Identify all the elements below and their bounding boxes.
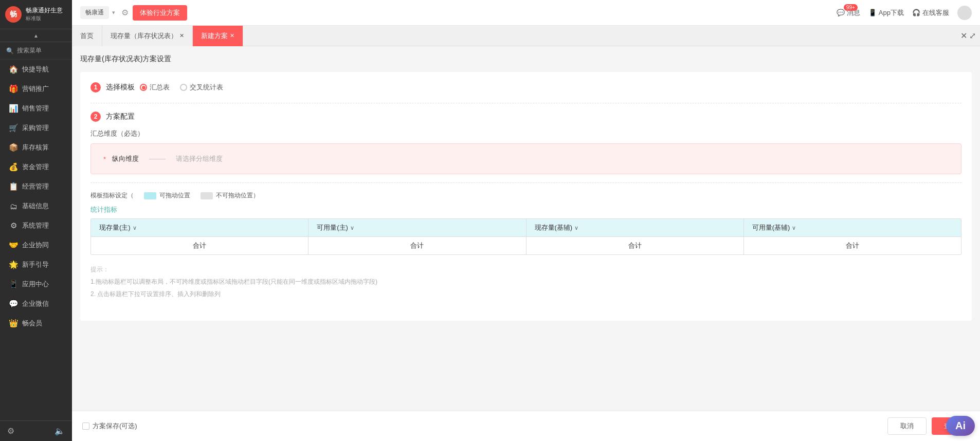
- tab-inventory-close-icon[interactable]: ✕: [179, 32, 184, 39]
- indicator-col-2[interactable]: 现存量(基辅)∨: [527, 219, 744, 236]
- settings-card: 1 选择模板 汇总表 交叉统计表: [80, 72, 972, 321]
- indicator-table: 现存量(主)∨可用量(主)∨现存量(基辅)∨可用量(基辅)∨ 合计合计合计合计: [90, 218, 961, 255]
- indicator-col-1[interactable]: 可用量(主)∨: [308, 219, 526, 236]
- save-scheme-label: 方案保存(可选): [93, 421, 137, 431]
- expand-btn[interactable]: ⤢: [969, 31, 976, 41]
- col-arrow-3[interactable]: ∨: [792, 225, 796, 231]
- topbar-right: 💬 消息 99+ 📱 App下载 🎧 在线客服: [837, 6, 972, 20]
- sidebar-item-operations[interactable]: 📋经营管理: [0, 177, 72, 196]
- message-btn[interactable]: 💬 消息 99+: [837, 8, 860, 17]
- headset-icon: 🎧: [912, 9, 920, 16]
- trial-btn[interactable]: 体验行业方案: [133, 5, 187, 21]
- step2-badge: 2: [90, 112, 101, 122]
- required-mark: *: [103, 155, 106, 163]
- wechat-icon: 💬: [9, 299, 18, 308]
- cancel-btn[interactable]: 取消: [887, 417, 927, 435]
- sidebar-item-sales[interactable]: 📊销售管理: [0, 99, 72, 118]
- sidebar-item-enterprise[interactable]: 🤝企业协同: [0, 235, 72, 255]
- operations-icon: 📋: [9, 182, 18, 191]
- draggable-label: 可拖动位置: [159, 191, 190, 200]
- radio-summary-dot: [140, 84, 147, 91]
- divider2: [90, 182, 961, 183]
- indicator-col-0[interactable]: 现存量(主)∨: [91, 219, 308, 236]
- ai-badge[interactable]: Ai: [946, 416, 975, 436]
- sidebar-item-inventory[interactable]: 📦库存核算: [0, 138, 72, 157]
- tab-home[interactable]: 首页: [72, 26, 102, 46]
- sidebar-item-label: 系统管理: [22, 221, 49, 230]
- dropdown-arrow-icon[interactable]: ▾: [112, 9, 115, 16]
- sales-icon: 📊: [9, 104, 18, 113]
- user-avatar[interactable]: [957, 6, 972, 20]
- tab-new-scheme[interactable]: 新建方案 ✕: [193, 26, 243, 46]
- appstore-icon: 📱: [9, 280, 18, 289]
- sidebar-item-wechat[interactable]: 💬企业微信: [0, 294, 72, 314]
- sidebar-item-basic[interactable]: 🗂基础信息: [0, 196, 72, 216]
- dimension-box[interactable]: * 纵向维度 —— 请选择分组维度: [90, 143, 961, 174]
- sidebar-item-label: 畅会员: [22, 319, 42, 328]
- indicator-legend: 模板指标设定（ 可拖动位置 不可拖动位置）: [90, 191, 961, 200]
- scroll-up-btn[interactable]: ▲: [32, 31, 40, 40]
- tabbar-right-btns: ✕ ⤢: [960, 31, 980, 41]
- settings-icon[interactable]: ⚙: [7, 426, 14, 436]
- col-arrow-1[interactable]: ∨: [350, 225, 354, 231]
- tips-section: 提示： 1.拖动标题栏可以调整布局，不可跨维度或指标区域拖动栏目字段(只能在同一…: [90, 263, 961, 300]
- user-box[interactable]: 畅康通: [80, 6, 109, 19]
- indicator-cell-0: 合计: [91, 236, 308, 254]
- logo-icon: 畅: [5, 6, 22, 23]
- system-icon: ⚙: [9, 221, 18, 230]
- tab-inventory-status-label: 现存量（库存状况表）: [111, 31, 177, 41]
- radio-cross[interactable]: 交叉统计表: [180, 83, 223, 92]
- indicator-cell-1: 合计: [308, 236, 526, 254]
- step2-header: 2 方案配置: [90, 112, 961, 122]
- marketing-icon: 🎁: [9, 84, 18, 94]
- radio-summary[interactable]: 汇总表: [140, 83, 170, 92]
- indicator-section: 模板指标设定（ 可拖动位置 不可拖动位置） 统计指标: [90, 191, 961, 255]
- sidebar-item-label: 采购管理: [22, 123, 49, 133]
- step1-title: 选择模板: [106, 83, 135, 92]
- app-download-btn[interactable]: 📱 App下载: [868, 8, 904, 17]
- page-title: 现存量(库存状况表)方案设置: [80, 54, 972, 64]
- sidebar-footer: ⚙ 🔈: [0, 420, 72, 441]
- col-arrow-0[interactable]: ∨: [133, 225, 137, 231]
- online-service-btn[interactable]: 🎧 在线客服: [912, 8, 949, 17]
- tabbar: 首页 现存量（库存状况表） ✕ 新建方案 ✕ ✕ ⤢: [72, 26, 980, 46]
- sidebar-item-label: 企业协同: [22, 241, 49, 250]
- sidebar-item-quick-nav[interactable]: 🏠快捷导航: [0, 60, 72, 79]
- sidebar-item-label: 销售管理: [22, 104, 49, 113]
- sidebar-scroll-up-area: ▲: [0, 29, 72, 42]
- tab-inventory-status[interactable]: 现存量（库存状况表） ✕: [102, 26, 193, 46]
- tab-new-scheme-close-icon[interactable]: ✕: [230, 32, 234, 39]
- sidebar-item-appstore[interactable]: 📱应用中心: [0, 274, 72, 294]
- col-arrow-2[interactable]: ∨: [574, 225, 578, 231]
- indicator-cell-3: 合计: [744, 236, 961, 254]
- sound-icon[interactable]: 🔈: [55, 426, 65, 436]
- step2-title: 方案配置: [106, 112, 135, 121]
- template-radio-group: 汇总表 交叉统计表: [140, 83, 223, 92]
- sidebar-item-member[interactable]: 👑畅会员: [0, 314, 72, 333]
- sidebar-item-system[interactable]: ⚙系统管理: [0, 216, 72, 235]
- step1-header: 1 选择模板 汇总表 交叉统计表: [90, 82, 961, 93]
- close-all-tabs-btn[interactable]: ✕: [960, 31, 967, 41]
- tab-new-scheme-label: 新建方案: [201, 31, 228, 41]
- indicator-col-3[interactable]: 可用量(基辅)∨: [744, 219, 961, 236]
- step1-section: 1 选择模板 汇总表 交叉统计表: [90, 82, 961, 93]
- sidebar-item-finance[interactable]: 💰资金管理: [0, 157, 72, 177]
- sidebar-item-newbie[interactable]: 🌟新手引导: [0, 255, 72, 274]
- sidebar-item-purchase[interactable]: 🛒采购管理: [0, 118, 72, 138]
- enterprise-icon: 🤝: [9, 241, 18, 250]
- fixed-label: 不可拖动位置）: [216, 191, 259, 200]
- sidebar-item-label: 经营管理: [22, 182, 49, 191]
- save-scheme-checkbox[interactable]: [82, 422, 89, 430]
- col-label-1: 可用量(主): [317, 223, 348, 232]
- sidebar-logo: 畅 畅康通好生意 标准版: [0, 0, 72, 29]
- footer-bar: 方案保存(可选) 取消 查询: [72, 411, 980, 441]
- search-label: 搜索菜单: [17, 46, 42, 55]
- service-label: 在线客服: [922, 8, 949, 17]
- sidebar-item-marketing[interactable]: 🎁营销推广: [0, 79, 72, 99]
- topbar-gear-icon[interactable]: ⚙: [121, 8, 129, 17]
- topbar: 畅康通 ▾ ⚙ 体验行业方案 💬 消息 99+ 📱 App下载 🎧 在线客服: [72, 0, 980, 26]
- dimension-label: 汇总维度（必选）: [90, 129, 961, 138]
- radio-cross-label: 交叉统计表: [190, 83, 223, 92]
- sidebar: 畅 畅康通好生意 标准版 ▲ 🔍 搜索菜单 🏠快捷导航🎁营销推广📊销售管理🛒采购…: [0, 0, 72, 441]
- sidebar-search[interactable]: 🔍 搜索菜单: [0, 42, 72, 60]
